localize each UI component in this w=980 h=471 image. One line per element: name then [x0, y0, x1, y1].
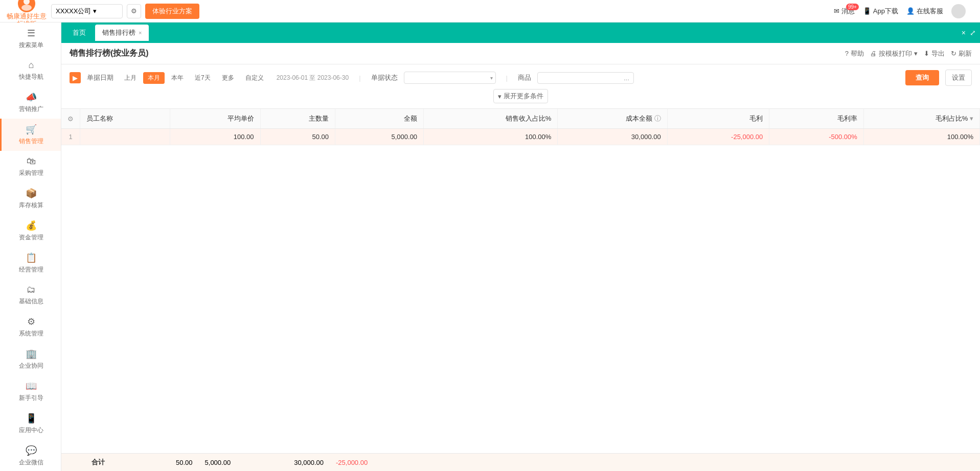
help-button[interactable]: ? 帮助 — [845, 49, 864, 58]
industry-button[interactable]: 体验行业方案 — [145, 4, 199, 19]
expand-conditions-button[interactable]: ▾ 展开更多条件 — [493, 89, 548, 103]
print-label: 按模板打印 — [879, 49, 912, 58]
sidebar-item-guide[interactable]: 📖 新手引导 — [0, 375, 61, 408]
print-chevron-icon: ▾ — [914, 50, 918, 57]
enterprise-icon: 🏢 — [26, 348, 37, 360]
sidebar-item-finance[interactable]: 💰 资金管理 — [0, 215, 61, 247]
sidebar-label-baseinfo: 基础信息 — [19, 297, 43, 306]
goods-input[interactable] — [542, 74, 624, 81]
refresh-label: 刷新 — [959, 49, 972, 58]
page-actions: ? 帮助 🖨 按模板打印 ▾ ⬇ 导出 ↻ 刷新 — [845, 49, 972, 58]
sidebar-item-operations[interactable]: 📋 经营管理 — [0, 247, 61, 279]
finance-icon: 💰 — [26, 220, 37, 231]
sidebar-label-marketing: 营销推广 — [19, 105, 43, 114]
filter-toggle-icon[interactable]: ▶ — [70, 72, 81, 83]
avatar[interactable] — [951, 4, 966, 18]
pill-this-year[interactable]: 本年 — [167, 72, 188, 84]
sidebar-item-baseinfo[interactable]: 🗂 基础信息 — [0, 279, 61, 311]
column-settings-icon[interactable]: ⚙ — [61, 109, 80, 129]
filter-area: ▶ 单据日期 上月 本月 本年 近7天 更多 自定义 2023-06-01 至 … — [61, 64, 980, 109]
tab-bar: 首页 销售排行榜 × × ⤢ — [61, 23, 980, 43]
window-restore-icon[interactable]: ⤢ — [970, 29, 976, 37]
sidebar-item-purchase[interactable]: 🛍 采购管理 — [0, 151, 61, 183]
top-actions: ✉ 消息 99+ 📱 App下载 👤 在线客服 — [834, 4, 974, 18]
page-title: 销售排行榜(按业务员) — [70, 48, 149, 59]
cost-info-icon: ⓘ — [654, 115, 661, 122]
status-select[interactable] — [404, 72, 496, 84]
refresh-button[interactable]: ↻ 刷新 — [951, 49, 972, 58]
sidebar-label-system: 系统管理 — [19, 329, 43, 338]
chevron-down-icon: ▾ — [93, 7, 97, 15]
footer-gross: -25,000.00 — [330, 459, 374, 466]
tab-close-icon[interactable]: × — [139, 30, 142, 36]
appcenter-icon: 📱 — [26, 413, 37, 424]
row-avg-price: 100.00 — [170, 129, 260, 145]
settings-button[interactable]: 设置 — [945, 70, 972, 86]
sidebar-item-wechat[interactable]: 💬 企业微信 — [0, 440, 61, 471]
goods-input-wrap: ... — [537, 72, 634, 84]
row-gross: -25,000.00 — [667, 129, 769, 145]
col-amount: 全额 — [335, 109, 424, 129]
sidebar-item-system[interactable]: ⚙ 系统管理 — [0, 311, 61, 343]
sidebar-item-appcenter[interactable]: 📱 应用中心 — [0, 408, 61, 440]
tab-home[interactable]: 首页 — [65, 25, 93, 41]
status-select-wrap: ▾ — [404, 72, 496, 84]
pill-custom[interactable]: 自定义 — [241, 72, 268, 84]
sidebar-label-inventory: 库存核算 — [19, 201, 43, 210]
online-service-button[interactable]: 👤 在线客服 — [906, 7, 943, 16]
goods-ellipsis-icon[interactable]: ... — [624, 74, 629, 82]
col-employee: 员工名称 — [80, 109, 170, 129]
footer-cost: 30,000.00 — [288, 459, 330, 466]
table-wrap: ⚙ 员工名称 平均单价 主数量 全额 销售收入占比% 成本全额 ⓘ 毛利 毛利率 — [61, 109, 980, 453]
sidebar-item-marketing[interactable]: 📣 营销推广 — [0, 86, 61, 119]
col-qty: 主数量 — [260, 109, 335, 129]
status-label: 单据状态 — [371, 73, 398, 82]
export-label: 导出 — [931, 49, 945, 58]
app-name: 畅康通好生意 — [7, 13, 47, 20]
print-icon: 🖨 — [870, 50, 877, 57]
main-layout: ☰ 搜索菜单 ⌂ 快捷导航 📣 营销推广 🛒 销售管理 🛍 采购管理 📦 库存核… — [0, 23, 980, 471]
pill-this-month[interactable]: 本月 — [143, 72, 165, 84]
row-amount: 5,000.00 — [335, 129, 424, 145]
footer-qty: 50.00 — [170, 459, 199, 466]
sidebar-item-inventory[interactable]: 📦 库存核算 — [0, 183, 61, 215]
operations-icon: 📋 — [26, 252, 37, 263]
page-content: 销售排行榜(按业务员) ? 帮助 🖨 按模板打印 ▾ ⬇ 导出 — [61, 43, 980, 471]
window-buttons: × ⤢ — [962, 29, 976, 37]
company-name: XXXXX公司 — [56, 7, 91, 16]
sidebar-label-search: 搜索菜单 — [19, 41, 43, 50]
gross-pct-info-icon: ▾ — [970, 115, 973, 122]
sidebar-item-quicknav[interactable]: ⌂ 快捷导航 — [0, 55, 61, 86]
company-selector[interactable]: XXXXX公司 ▾ — [51, 4, 123, 18]
sales-icon: 🛒 — [26, 124, 37, 135]
wechat-icon: 💬 — [26, 445, 37, 456]
system-icon: ⚙ — [27, 316, 35, 327]
pill-more[interactable]: 更多 — [217, 72, 239, 84]
sidebar-item-sales[interactable]: 🛒 销售管理 — [0, 119, 61, 151]
query-button[interactable]: 查询 — [905, 70, 939, 85]
home-icon: ⌂ — [29, 60, 34, 71]
col-gross: 毛利 — [667, 109, 769, 129]
message-badge: 99+ — [846, 4, 859, 10]
window-close-icon[interactable]: × — [962, 29, 966, 37]
data-table: ⚙ 员工名称 平均单价 主数量 全额 销售收入占比% 成本全额 ⓘ 毛利 毛利率 — [61, 109, 980, 145]
sidebar-item-search[interactable]: ☰ 搜索菜单 — [0, 23, 61, 55]
sidebar: ☰ 搜索菜单 ⌂ 快捷导航 📣 营销推广 🛒 销售管理 🛍 采购管理 📦 库存核… — [0, 23, 61, 471]
settings-icon[interactable]: ⚙ — [127, 4, 141, 18]
tab-sales-rank[interactable]: 销售排行榜 × — [95, 25, 149, 41]
sidebar-label-enterprise: 企业协同 — [19, 362, 43, 370]
refresh-icon: ↻ — [951, 50, 956, 57]
pill-last-month[interactable]: 上月 — [120, 72, 141, 84]
message-button[interactable]: ✉ 消息 99+ — [834, 7, 855, 16]
sidebar-item-enterprise[interactable]: 🏢 企业协同 — [0, 343, 61, 375]
footer-amount: 5,000.00 — [199, 459, 237, 466]
app-download-button[interactable]: 📱 App下载 — [863, 7, 898, 16]
col-gross-rate: 毛利率 — [769, 109, 864, 129]
date-pills: 上月 本月 本年 近7天 更多 自定义 — [120, 72, 268, 84]
print-button[interactable]: 🖨 按模板打印 ▾ — [870, 49, 918, 58]
footer-total-label: 合计 — [67, 458, 129, 467]
export-button[interactable]: ⬇ 导出 — [924, 49, 945, 58]
top-bar: 畅康通好生意 标准版 XXXXX公司 ▾ ⚙ 体验行业方案 ✉ 消息 99+ 📱… — [0, 0, 980, 23]
pill-7days[interactable]: 近7天 — [190, 72, 215, 84]
goods-label: 商品 — [518, 73, 531, 82]
